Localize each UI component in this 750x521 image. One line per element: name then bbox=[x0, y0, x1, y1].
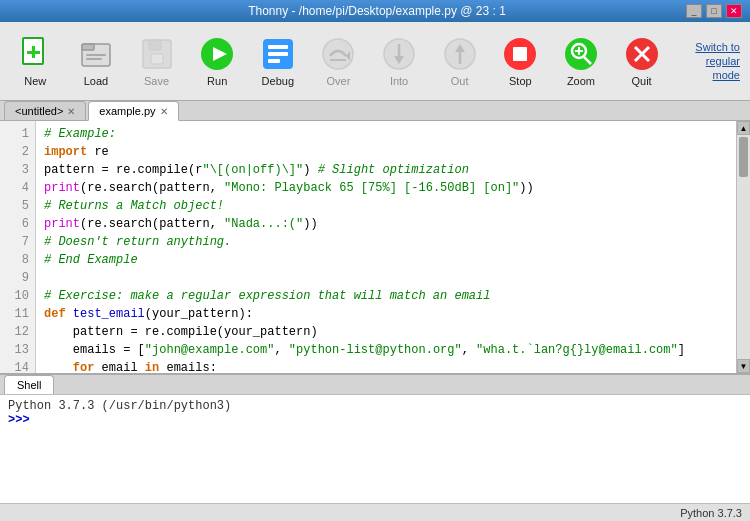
quit-button[interactable]: Quit bbox=[612, 26, 671, 96]
svg-rect-6 bbox=[86, 58, 102, 60]
load-label: Load bbox=[84, 75, 108, 87]
run-button[interactable]: Run bbox=[188, 26, 247, 96]
scroll-down-arrow[interactable]: ▼ bbox=[737, 359, 750, 373]
close-button[interactable]: ✕ bbox=[726, 4, 742, 18]
stop-button[interactable]: Stop bbox=[491, 26, 550, 96]
tabs-bar: <untitled> ✕ example.py ✕ bbox=[0, 101, 750, 121]
tab-example-label: example.py bbox=[99, 105, 155, 117]
quit-icon bbox=[624, 36, 660, 72]
svg-rect-5 bbox=[86, 54, 106, 56]
tab-untitled-close[interactable]: ✕ bbox=[67, 106, 75, 117]
stop-icon bbox=[502, 36, 538, 72]
shell-prompt-line: >>> bbox=[8, 413, 742, 427]
into-button[interactable]: Into bbox=[370, 26, 429, 96]
scroll-up-arrow[interactable]: ▲ bbox=[737, 121, 750, 135]
stop-label: Stop bbox=[509, 75, 532, 87]
svg-rect-13 bbox=[268, 45, 288, 49]
debug-icon bbox=[260, 36, 296, 72]
zoom-icon bbox=[563, 36, 599, 72]
new-button[interactable]: New bbox=[6, 26, 65, 96]
title-bar: Thonny - /home/pi/Desktop/example.py @ 2… bbox=[0, 0, 750, 22]
run-icon bbox=[199, 36, 235, 72]
over-button[interactable]: Over bbox=[309, 26, 368, 96]
svg-rect-14 bbox=[268, 52, 288, 56]
status-python-version: Python 3.7.3 bbox=[680, 507, 742, 519]
title-bar-controls[interactable]: _ □ ✕ bbox=[686, 4, 742, 18]
line-numbers: 12345 678910 1112131415 16171819 bbox=[0, 121, 36, 373]
tab-untitled-label: <untitled> bbox=[15, 105, 63, 117]
save-label: Save bbox=[144, 75, 169, 87]
svg-point-27 bbox=[565, 38, 597, 70]
run-label: Run bbox=[207, 75, 227, 87]
new-icon bbox=[17, 36, 53, 72]
toolbar: New Load Save Run bbox=[0, 22, 750, 101]
tab-example-close[interactable]: ✕ bbox=[160, 106, 168, 117]
over-icon bbox=[320, 36, 356, 72]
shell-version-line: Python 3.7.3 (/usr/bin/python3) bbox=[8, 399, 742, 413]
vertical-scrollbar[interactable]: ▲ ▼ bbox=[736, 121, 750, 373]
debug-label: Debug bbox=[262, 75, 294, 87]
svg-rect-2 bbox=[27, 51, 40, 54]
shell-area: Shell Python 3.7.3 (/usr/bin/python3) >>… bbox=[0, 373, 750, 503]
svg-rect-4 bbox=[82, 44, 94, 50]
out-icon bbox=[442, 36, 478, 72]
status-bar: Python 3.7.3 bbox=[0, 503, 750, 521]
save-icon bbox=[139, 36, 175, 72]
title-bar-title: Thonny - /home/pi/Desktop/example.py @ 2… bbox=[68, 4, 686, 18]
zoom-button[interactable]: Zoom bbox=[552, 26, 611, 96]
tab-example[interactable]: example.py ✕ bbox=[88, 101, 178, 121]
shell-prompt: >>> bbox=[8, 413, 30, 427]
svg-rect-26 bbox=[513, 47, 527, 61]
quit-label: Quit bbox=[631, 75, 651, 87]
maximize-button[interactable]: □ bbox=[706, 4, 722, 18]
shell-tabs: Shell bbox=[0, 375, 750, 395]
out-button[interactable]: Out bbox=[430, 26, 489, 96]
shell-content[interactable]: Python 3.7.3 (/usr/bin/python3) >>> bbox=[0, 395, 750, 503]
svg-rect-9 bbox=[151, 54, 163, 64]
into-label: Into bbox=[390, 75, 408, 87]
load-icon bbox=[78, 36, 114, 72]
scroll-thumb[interactable] bbox=[739, 137, 748, 177]
new-label: New bbox=[24, 75, 46, 87]
editor-area: 12345 678910 1112131415 16171819 # Examp… bbox=[0, 121, 750, 373]
code-text[interactable]: # Example: import re pattern = re.compil… bbox=[36, 121, 736, 373]
over-label: Over bbox=[327, 75, 351, 87]
switch-mode-button[interactable]: Switch toregular mode bbox=[673, 38, 744, 85]
shell-tab-item[interactable]: Shell bbox=[4, 375, 54, 394]
code-scroll-area[interactable]: 12345 678910 1112131415 16171819 # Examp… bbox=[0, 121, 736, 373]
svg-rect-15 bbox=[268, 59, 280, 63]
tab-untitled[interactable]: <untitled> ✕ bbox=[4, 101, 86, 120]
zoom-label: Zoom bbox=[567, 75, 595, 87]
svg-rect-8 bbox=[149, 40, 161, 50]
load-button[interactable]: Load bbox=[67, 26, 126, 96]
save-button[interactable]: Save bbox=[127, 26, 186, 96]
code-editor[interactable]: 12345 678910 1112131415 16171819 # Examp… bbox=[0, 121, 736, 373]
out-label: Out bbox=[451, 75, 469, 87]
into-icon bbox=[381, 36, 417, 72]
debug-button[interactable]: Debug bbox=[249, 26, 308, 96]
minimize-button[interactable]: _ bbox=[686, 4, 702, 18]
